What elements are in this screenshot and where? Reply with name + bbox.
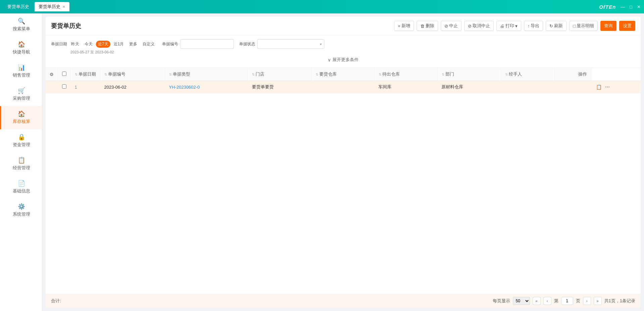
sidebar-item-purchase[interactable]: 🛒 采购管理 bbox=[0, 83, 42, 106]
sidebar-item-quicknav[interactable]: 🏠 快捷导航 bbox=[0, 37, 42, 60]
sidebar-item-operations[interactable]: 📋 经营管理 bbox=[0, 152, 42, 176]
query-label: 查询 bbox=[604, 23, 613, 29]
system-icon: ⚙️ bbox=[18, 204, 25, 210]
row-pending-warehouse-cell: 原材料仓库 bbox=[437, 81, 501, 93]
tab-home-label: 要货单历史 bbox=[7, 4, 29, 10]
col-department: 部门 bbox=[437, 68, 501, 81]
pagination-last-btn[interactable]: » bbox=[594, 297, 602, 305]
row-actions: 📋 ⋯ bbox=[595, 84, 637, 90]
delete-icon: 🗑 bbox=[420, 24, 425, 29]
home-icon: 🏠 bbox=[18, 41, 25, 47]
window-maximize-btn[interactable]: □ bbox=[630, 4, 632, 9]
doc-number-input[interactable] bbox=[180, 39, 234, 49]
brand-label: OfTEn bbox=[599, 4, 616, 10]
settings-label: 设置 bbox=[623, 23, 632, 29]
sidebar-item-sales[interactable]: 📊 销售管理 bbox=[0, 60, 42, 83]
shortcut-custom[interactable]: 自定义 bbox=[141, 41, 157, 48]
row-more-icon[interactable]: ⋯ bbox=[604, 84, 610, 90]
pagination-input[interactable] bbox=[561, 297, 573, 305]
table-wrapper: ⚙ 单据日期 单据编号 单据类型 门店 要货仓库 待出仓库 部门 经手人 bbox=[46, 68, 641, 294]
pagination-total-info: 共1页，1条记录 bbox=[604, 298, 635, 304]
date-range-display: 2023-05-27 至 2023-06-02 bbox=[70, 49, 635, 55]
shortcut-1month[interactable]: 近1月 bbox=[112, 41, 126, 48]
row-checkbox-cell bbox=[58, 81, 71, 93]
row-edit-icon[interactable]: 📋 bbox=[595, 84, 602, 90]
table-row: 1 2023-06-02 YH-20230602-0 要货单要货 车间库 原材料… bbox=[46, 81, 641, 93]
show-detail-icon: □ bbox=[573, 24, 576, 29]
add-icon: + bbox=[398, 24, 400, 29]
stop-icon: ⊘ bbox=[444, 24, 448, 29]
window-minimize-btn[interactable]: — bbox=[621, 4, 625, 9]
row-department-cell bbox=[501, 81, 555, 93]
tab-close-icon[interactable]: ✕ bbox=[62, 5, 65, 9]
summary-label: 合计: bbox=[51, 298, 61, 304]
status-select[interactable] bbox=[257, 39, 324, 49]
doc-number-link[interactable]: YH-20230602-0 bbox=[169, 85, 200, 90]
pagination-page-label: 第 bbox=[554, 298, 558, 304]
print-button[interactable]: 🖨 打印 ▾ bbox=[496, 21, 521, 31]
sidebar-item-system[interactable]: ⚙️ 系统管理 bbox=[0, 199, 42, 222]
inventory-icon: 🏠 bbox=[18, 111, 25, 117]
delete-button[interactable]: 🗑 删除 bbox=[417, 21, 438, 31]
sidebar-item-inventory-label: 库存核算 bbox=[13, 119, 30, 125]
show-detail-label: 显示明细 bbox=[577, 23, 594, 29]
col-warehouse: 要货仓库 bbox=[312, 68, 375, 81]
page-title: 要货单历史 bbox=[51, 22, 391, 30]
basic-info-icon: 📄 bbox=[18, 180, 25, 186]
pagination-prev-btn[interactable]: ‹ bbox=[543, 297, 551, 305]
date-range-text: 2023-05-27 至 2023-06-02 bbox=[70, 50, 114, 54]
cancel-stop-button[interactable]: ⊘ 取消中止 bbox=[464, 21, 494, 31]
pagination-next-btn[interactable]: › bbox=[583, 297, 591, 305]
row-type-cell: 要货单要货 bbox=[248, 81, 312, 93]
col-settings[interactable]: ⚙ bbox=[46, 68, 58, 81]
filter-row: 单据日期 昨天 今天 近7天 近1月 更多 自定义 单据编号 bbox=[51, 39, 635, 49]
row-number-cell: YH-20230602-0 bbox=[165, 81, 248, 93]
sales-icon: 📊 bbox=[18, 64, 25, 71]
show-detail-button[interactable]: □ 显示明细 bbox=[569, 21, 598, 31]
filter-group-date: 单据日期 昨天 今天 近7天 近1月 更多 自定义 bbox=[51, 41, 157, 48]
shortcut-more[interactable]: 更多 bbox=[127, 41, 139, 48]
pagination-page-label-2: 页 bbox=[576, 298, 580, 304]
sidebar-item-search-label: 搜索菜单 bbox=[13, 26, 30, 32]
query-button[interactable]: 查询 bbox=[600, 21, 616, 31]
date-shortcuts: 昨天 今天 近7天 近1月 更多 自定义 bbox=[69, 41, 157, 48]
col-type: 单据类型 bbox=[165, 68, 248, 81]
shortcut-7days[interactable]: 近7天 bbox=[96, 41, 110, 48]
tab-active[interactable]: 要货单历史 ✕ bbox=[35, 2, 69, 11]
tab-home[interactable]: 要货单历史 bbox=[3, 2, 33, 11]
export-button[interactable]: ↑ 导出 bbox=[524, 21, 543, 31]
pagination-first-btn[interactable]: « bbox=[533, 297, 541, 305]
add-button[interactable]: + 新增 bbox=[394, 21, 414, 31]
stop-button[interactable]: ⊘ 中止 bbox=[441, 21, 462, 31]
sidebar-item-purchase-label: 采购管理 bbox=[13, 95, 30, 101]
col-checkbox bbox=[58, 68, 71, 81]
sidebar-item-basic-info[interactable]: 📄 基础信息 bbox=[0, 176, 42, 199]
refresh-button[interactable]: ↻ 刷新 bbox=[546, 21, 567, 31]
top-bar: 要货单历史 要货单历史 ✕ OfTEn — □ ✕ bbox=[0, 0, 644, 13]
per-page-label: 每页显示 bbox=[493, 298, 510, 304]
row-date-cell: 2023-06-02 bbox=[100, 81, 165, 93]
status-select-wrapper bbox=[257, 39, 324, 49]
per-page-select[interactable]: 50 100 bbox=[513, 297, 530, 305]
search-icon: 🔍 bbox=[18, 18, 25, 24]
row-checkbox[interactable] bbox=[62, 84, 66, 89]
settings-button[interactable]: 设置 bbox=[619, 21, 635, 31]
status-label: 单据状态 bbox=[239, 41, 255, 47]
sidebar-item-search[interactable]: 🔍 搜索菜单 bbox=[0, 13, 42, 37]
sidebar-item-finance[interactable]: 🔒 资金管理 bbox=[0, 129, 42, 152]
shortcut-today[interactable]: 今天 bbox=[83, 41, 95, 48]
shortcut-yesterday[interactable]: 昨天 bbox=[69, 41, 81, 48]
col-date: 单据日期 bbox=[71, 68, 100, 81]
print-dropdown-icon: ▾ bbox=[515, 24, 518, 29]
row-handler-cell bbox=[555, 81, 591, 93]
tab-active-label: 要货单历史 bbox=[39, 4, 60, 10]
sidebar-item-inventory[interactable]: 🏠 库存核算 bbox=[0, 106, 42, 129]
window-close-btn[interactable]: ✕ bbox=[637, 4, 641, 9]
filter-group-status: 单据状态 bbox=[239, 39, 324, 49]
cancel-stop-icon: ⊘ bbox=[468, 24, 472, 29]
expand-more-btn[interactable]: ∨ 展开更多条件 bbox=[51, 55, 635, 63]
refresh-icon: ↻ bbox=[549, 24, 553, 29]
print-label: 打印 bbox=[505, 23, 514, 29]
select-all-checkbox[interactable] bbox=[62, 72, 66, 76]
row-index-cell: 1 bbox=[71, 81, 100, 93]
